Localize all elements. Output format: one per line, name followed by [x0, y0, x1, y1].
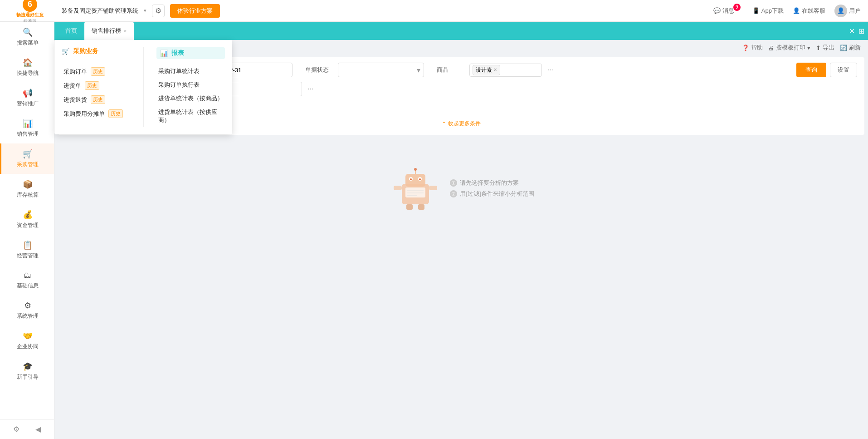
online-service-label: 在线客服 [802, 7, 825, 15]
svg-point-4 [410, 178, 412, 180]
finance-icon: 💰 [23, 210, 33, 220]
logo-icon: 6 [23, 0, 37, 12]
help-label: 帮助 [751, 44, 763, 52]
collapse-label: 收起更多条件 [448, 120, 481, 128]
header: 6 畅捷通好生意 标准版 装备及固定资产辅助管理系统 ▾ ⚙ 体验行业方案 💬 … [0, 0, 868, 22]
logo-area: 6 畅捷通好生意 标准版 [7, 0, 53, 25]
sidebar-item-enterprise[interactable]: 🤝 企业协同 [0, 326, 54, 356]
tab-expand-icon[interactable]: ⊞ [858, 27, 864, 35]
purchase-section-title: 🛒 采购业务 [62, 47, 131, 59]
sidebar-bottom: ⚙ ◀ [0, 419, 54, 439]
search-icon: 🔍 [23, 27, 33, 37]
doc-status-input[interactable] [338, 63, 424, 77]
industry-btn[interactable]: 体验行业方案 [170, 4, 220, 18]
salesperson-input-wrapper[interactable] [229, 82, 302, 96]
message-label: 消息 [722, 7, 734, 15]
purchase-icon: 🛒 [23, 149, 33, 159]
menu-item-incoming-history: 历史 [85, 81, 99, 90]
sidebar-item-inventory[interactable]: 📦 库存核算 [0, 174, 54, 204]
sidebar-settings-icon[interactable]: ⚙ [13, 425, 20, 434]
query-btn[interactable]: 查询 [796, 63, 826, 77]
svg-rect-10 [406, 204, 413, 210]
hint-2-text: 用[过滤]条件来缩小分析范围 [460, 190, 534, 198]
goods-tag-close[interactable]: × [494, 67, 497, 73]
menu-item-return[interactable]: 进货退货 历史 [62, 93, 131, 107]
hint-1: ① 请先选择要分析的方案 [450, 179, 519, 187]
marketing-icon: 📢 [23, 88, 33, 98]
sales-icon: 📊 [23, 118, 33, 128]
sidebar: 🔍 搜索菜单 🏠 快捷导航 📢 营销推广 📊 销售管理 🛒 采购管理 📦 库存核… [0, 22, 54, 439]
export-action[interactable]: ⬆ 导出 [816, 44, 834, 52]
sidebar-item-basic[interactable]: 🗂 基础信息 [0, 265, 54, 295]
settings-icon[interactable]: ⚙ [152, 5, 165, 17]
empty-state: ① 请先选择要分析的方案 ② 用[过滤]条件来缩小分析范围 [54, 138, 868, 238]
sidebar-label-system: 系统管理 [17, 312, 39, 320]
goods-input-wrapper[interactable]: 设计素 × [469, 64, 542, 77]
menu-item-incoming-by-supplier[interactable]: 进货单统计表（按供应商） [156, 105, 225, 127]
tab-close-icon[interactable]: × [124, 28, 127, 34]
sidebar-item-system[interactable]: ⚙ 系统管理 [0, 295, 54, 326]
empty-text: ① 请先选择要分析的方案 ② 用[过滤]条件来缩小分析范围 [450, 179, 534, 198]
online-service-action[interactable]: 👤 在线客服 [793, 7, 825, 15]
menu-item-incoming[interactable]: 进货单 历史 [62, 79, 131, 93]
sidebar-item-guide[interactable]: 🎓 新手引导 [0, 356, 54, 386]
purchase-dropdown-menu: 🛒 采购业务 采购订单 历史 进货单 历史 进货退货 历史 采购费用分摊单 历史… [54, 40, 232, 134]
sidebar-label-marketing: 营销推广 [17, 100, 39, 108]
refresh-action[interactable]: 🔄 刷新 [840, 44, 861, 52]
print-action[interactable]: 🖨 按模板打印 ▾ [768, 44, 810, 52]
report-menu-section: 📊 报表 采购订单统计表 采购订单执行表 进货单统计表（按商品） 进货单统计表（… [156, 47, 225, 127]
sidebar-item-finance[interactable]: 💰 资金管理 [0, 204, 54, 235]
menu-item-incoming-by-goods[interactable]: 进货单统计表（按商品） [156, 92, 225, 105]
purchase-section-icon: 🛒 [62, 48, 69, 55]
settings-filter-btn[interactable]: 设置 [830, 63, 857, 77]
menu-item-incoming-by-supplier-label: 进货单统计表（按供应商） [158, 108, 224, 124]
print-dropdown-arrow[interactable]: ▾ [807, 44, 810, 51]
sidebar-label-operation: 经营管理 [17, 252, 39, 260]
message-action[interactable]: 💬 消息 9 [713, 7, 743, 15]
sidebar-label-purchase: 采购管理 [17, 161, 39, 168]
menu-item-fee-share-label: 采购费用分摊单 [63, 110, 105, 118]
doc-status-dropdown-icon[interactable]: ▾ [417, 66, 420, 74]
tab-home[interactable]: 首页 [58, 22, 84, 40]
goods-more-btn[interactable]: ··· [547, 66, 553, 74]
system-title-arrow[interactable]: ▾ [144, 8, 146, 14]
sidebar-item-sales[interactable]: 📊 销售管理 [0, 113, 54, 143]
sidebar-label-inventory: 库存核算 [17, 191, 39, 199]
menu-item-return-label: 进货退货 [63, 96, 87, 104]
sidebar-item-operation[interactable]: 📋 经营管理 [0, 235, 54, 265]
avatar: 👤 [834, 5, 847, 17]
menu-item-purchase-order-exec[interactable]: 采购订单执行表 [156, 78, 225, 92]
sidebar-item-quick-nav[interactable]: 🏠 快捷导航 [0, 52, 54, 83]
sidebar-item-search[interactable]: 🔍 搜索菜单 [0, 22, 54, 52]
tab-bar: 首页 销售排行榜 × ✕ ⊞ [54, 22, 868, 40]
operation-icon: 📋 [23, 240, 33, 250]
menu-item-purchase-order-stat[interactable]: 采购订单统计表 [156, 64, 225, 78]
sidebar-label-enterprise: 企业协同 [17, 343, 39, 350]
app-download-label: App下载 [761, 7, 784, 15]
menu-item-fee-share[interactable]: 采购费用分摊单 历史 [62, 107, 131, 121]
purchase-section-label: 采购业务 [73, 47, 98, 55]
sidebar-item-marketing[interactable]: 📢 营销推广 [0, 83, 54, 113]
tab-sales-rank[interactable]: 销售排行榜 × [84, 22, 134, 40]
report-section-title: 📊 报表 [156, 47, 225, 59]
app-download-action[interactable]: 📱 App下载 [752, 7, 784, 15]
sidebar-item-purchase[interactable]: 🛒 采购管理 [0, 143, 54, 174]
help-action[interactable]: ❓ 帮助 [742, 44, 763, 52]
enterprise-icon: 🤝 [23, 331, 33, 341]
goods-tag-label: 设计素 [476, 66, 492, 74]
salesperson-more-btn[interactable]: ··· [307, 85, 313, 93]
doc-status-wrapper: ▾ [338, 63, 424, 77]
report-section-icon: 📊 [160, 49, 168, 57]
print-label: 按模板打印 [776, 44, 805, 52]
header-actions: 💬 消息 9 📱 App下载 👤 在线客服 👤 用户 [713, 5, 861, 17]
user-action[interactable]: 👤 用户 [834, 5, 861, 17]
sidebar-label-guide: 新手引导 [17, 373, 39, 381]
sidebar-collapse-icon[interactable]: ◀ [35, 425, 41, 434]
hint-1-text: 请先选择要分析的方案 [460, 179, 519, 187]
service-icon: 👤 [793, 7, 800, 14]
system-title: 装备及固定资产辅助管理系统 [62, 7, 138, 15]
menu-item-return-history: 历史 [91, 95, 105, 104]
tab-close-window-icon[interactable]: ✕ [849, 27, 855, 35]
menu-item-purchase-order[interactable]: 采购订单 历史 [62, 64, 131, 79]
sidebar-label-basic: 基础信息 [17, 282, 39, 290]
